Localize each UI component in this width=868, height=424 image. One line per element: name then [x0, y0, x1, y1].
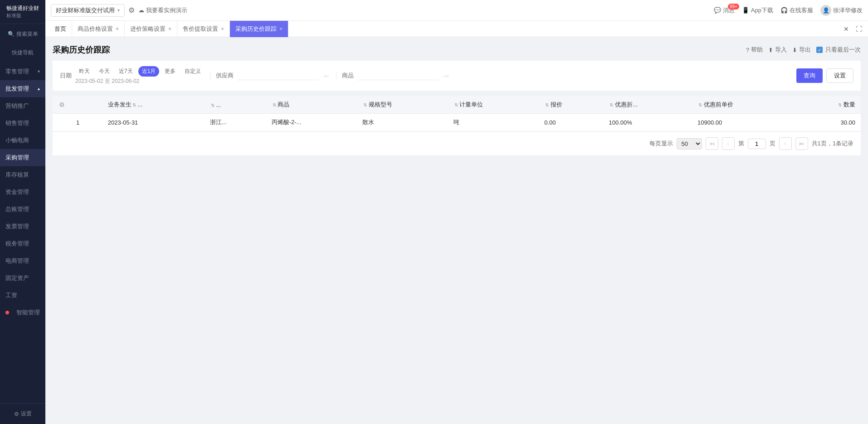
- tab-purchase-history-label: 采购历史价跟踪: [235, 25, 277, 33]
- sidebar-item-sales[interactable]: 销售管理: [0, 115, 45, 132]
- pagination-last-button[interactable]: ⏭: [795, 137, 808, 150]
- date-range-display: 2023-05-02 至 2023-06-02: [75, 77, 205, 85]
- company-selector[interactable]: 好业财标准版交付试用 ▾: [51, 4, 125, 17]
- chevron-up-icon: ▴: [38, 86, 40, 91]
- import-button[interactable]: ⬆ 导入: [768, 46, 787, 54]
- sidebar-item-intelligent[interactable]: 智能管理: [0, 304, 45, 321]
- tab-home[interactable]: 首页: [49, 21, 72, 37]
- td-quantity: 30.00: [796, 114, 861, 131]
- sidebar-bottom: ⚙ 设置: [0, 403, 45, 424]
- date-btn-1month[interactable]: 近1月: [138, 66, 160, 77]
- sort-goods-icon[interactable]: ⇅: [273, 102, 276, 107]
- help-icon: ?: [746, 47, 749, 53]
- tab-sale-price[interactable]: 售价提取设置 ×: [177, 21, 230, 37]
- sidebar-settings-button[interactable]: ⚙ 设置: [4, 407, 42, 420]
- sidebar-item-fixed-assets[interactable]: 固定资产: [0, 270, 45, 287]
- date-btn-today[interactable]: 今天: [95, 66, 113, 77]
- date-btn-yesterday[interactable]: 昨天: [75, 66, 93, 77]
- sidebar-item-purchase[interactable]: 采购管理: [0, 149, 45, 166]
- td-pre-price: 10900.00: [692, 114, 796, 131]
- sidebar-item-payroll[interactable]: 工资: [0, 287, 45, 304]
- date-btn-7days[interactable]: 近7天: [115, 66, 137, 77]
- sort-discount-icon[interactable]: ⇅: [610, 102, 613, 107]
- search-menu-button[interactable]: 🔍 搜索菜单: [4, 28, 42, 41]
- app-download-button[interactable]: 📱 App下载: [742, 6, 773, 14]
- main-content: 好业财标准版交付试用 ▾ ⚙ ☁ 我要看实例演示 💬 消息 99+ 📱 App下…: [45, 0, 868, 424]
- goods-more-icon[interactable]: ···: [442, 72, 451, 79]
- message-button[interactable]: 💬 消息 99+: [714, 6, 735, 14]
- page-input[interactable]: [748, 139, 766, 149]
- sidebar-item-inventory[interactable]: 库存核算: [0, 166, 45, 183]
- sidebar-item-marketing[interactable]: 营销推广: [0, 97, 45, 115]
- sidebar-item-ecommerce[interactable]: 电商管理: [0, 252, 45, 270]
- td-extra: 浙江...: [205, 114, 266, 131]
- tab-sale-price-close[interactable]: ×: [221, 26, 224, 32]
- query-button[interactable]: 查询: [796, 68, 823, 83]
- tab-goods-price-close[interactable]: ×: [116, 26, 119, 32]
- tab-goods-price[interactable]: 商品价格设置 ×: [72, 21, 125, 37]
- sort-quantity-icon[interactable]: ⇅: [838, 102, 842, 107]
- supplier-filter: 供应商 ···: [216, 71, 331, 80]
- page-label: 第: [738, 140, 744, 148]
- date-btn-more[interactable]: 更多: [161, 66, 179, 77]
- sort-extra-icon[interactable]: ⇅: [211, 103, 215, 108]
- sort-pre-price-icon[interactable]: ⇅: [698, 102, 702, 107]
- import-label: 导入: [775, 46, 787, 54]
- page-title: 采购历史价跟踪: [53, 44, 110, 55]
- column-settings-icon[interactable]: ⚙: [59, 101, 65, 108]
- topbar: 好业财标准版交付试用 ▾ ⚙ ☁ 我要看实例演示 💬 消息 99+ 📱 App下…: [45, 0, 868, 21]
- tab-close-button[interactable]: ✕: [841, 24, 852, 34]
- sidebar-item-wholesale[interactable]: 批发管理 ▴: [0, 80, 45, 97]
- tab-expand-button[interactable]: ⛶: [853, 24, 864, 34]
- tab-purchase-history-close[interactable]: ×: [279, 26, 283, 32]
- td-date: 2023-05-31: [102, 114, 205, 131]
- sidebar-item-tax[interactable]: 税务管理: [0, 235, 45, 252]
- pagination-next-button[interactable]: ›: [779, 137, 792, 150]
- sort-spec-icon[interactable]: ⇅: [363, 102, 367, 107]
- sidebar-item-finance[interactable]: 资金管理: [0, 183, 45, 201]
- supplier-more-icon[interactable]: ···: [322, 72, 331, 79]
- help-button[interactable]: ? 帮助: [746, 46, 763, 54]
- goods-filter: 商品 ···: [342, 71, 451, 80]
- sort-unit-icon[interactable]: ⇅: [454, 102, 458, 107]
- topbar-settings-icon[interactable]: ⚙: [128, 6, 135, 14]
- app-name: 畅捷通好业财: [6, 5, 39, 12]
- pagination-first-button[interactable]: ⏮: [706, 137, 718, 150]
- search-menu-label: 搜索菜单: [16, 30, 38, 38]
- help-label: 帮助: [751, 46, 763, 54]
- only-last-checkbox[interactable]: [816, 47, 823, 53]
- sort-price-icon[interactable]: ⇅: [545, 102, 549, 107]
- only-last-toggle[interactable]: 只看最后一次: [816, 46, 861, 54]
- sidebar-item-invoice[interactable]: 发票管理: [0, 218, 45, 235]
- user-menu[interactable]: 👤 徐泽华修改: [820, 5, 863, 16]
- page-suffix: 页: [770, 140, 775, 148]
- caret-down-icon: ▾: [117, 8, 120, 13]
- tab-sale-price-label: 售价提取设置: [183, 25, 218, 33]
- table-row: 1 2023-05-31 浙江... 丙烯酸-2-... 散水 吨 0.00 1…: [53, 114, 861, 131]
- only-last-label: 只看最后一次: [825, 46, 861, 54]
- th-date: 业务发生⇅ ...: [102, 96, 205, 114]
- tab-purchase-history[interactable]: 采购历史价跟踪 ×: [230, 21, 288, 37]
- sidebar-item-label: 总账管理: [5, 205, 29, 213]
- demo-button[interactable]: ☁ 我要看实例演示: [138, 6, 187, 14]
- pagination-prev-button[interactable]: ‹: [722, 137, 735, 150]
- tab-purchase-strategy[interactable]: 进价策略设置 ×: [125, 21, 177, 37]
- chevron-down-icon: ▾: [38, 69, 40, 74]
- cloud-icon: ☁: [138, 7, 144, 14]
- supplier-filter-label: 供应商: [216, 72, 234, 80]
- th-quantity: ⇅ 数量: [796, 96, 861, 114]
- sidebar-item-general-ledger[interactable]: 总账管理: [0, 201, 45, 218]
- settings-button[interactable]: 设置: [826, 68, 853, 83]
- date-btn-custom[interactable]: 自定义: [181, 66, 205, 77]
- sidebar-item-ecommerce-small[interactable]: 小畅电商: [0, 132, 45, 149]
- sidebar-item-retail[interactable]: 零售管理 ▾: [0, 63, 45, 80]
- supplier-input[interactable]: [237, 71, 319, 80]
- goods-input[interactable]: [357, 71, 439, 80]
- quick-nav-button[interactable]: 快捷导航: [4, 46, 42, 59]
- sort-date-icon[interactable]: ⇅: [132, 102, 136, 107]
- filter-actions: 查询 设置: [796, 68, 853, 83]
- per-page-select[interactable]: 50 100 200: [677, 138, 702, 149]
- tab-purchase-strategy-close[interactable]: ×: [168, 26, 171, 32]
- online-service-button[interactable]: 🎧 在线客服: [780, 6, 813, 14]
- export-button[interactable]: ⬇ 导出: [792, 46, 811, 54]
